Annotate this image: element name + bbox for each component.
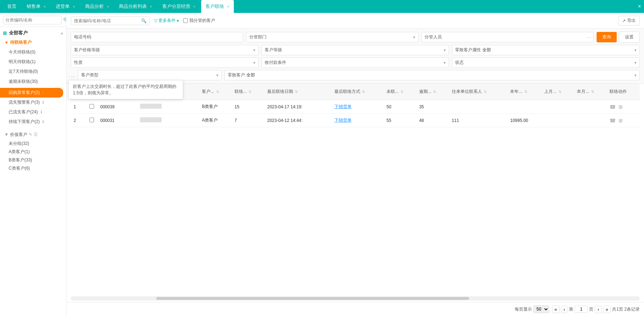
filter-manager[interactable]: 分管人员 ··· [421, 32, 594, 42]
filter-retail-customer[interactable]: 零散客户 全部 ▾ [224, 70, 640, 80]
filter-row-more-dots[interactable]: ... [71, 72, 75, 78]
sort-this-year-icon[interactable]: ⇅ [524, 90, 527, 94]
retail-customer-arrow-icon: ▾ [634, 73, 636, 78]
nav-customer-tier[interactable]: 客户分层经营 × [158, 0, 200, 13]
nav-sales[interactable]: 销售单 × [22, 0, 50, 13]
sort-unit-contact-icon[interactable]: ⇅ [484, 90, 487, 94]
sidebar-item-churned[interactable]: 已流失客户(24) ℹ [0, 107, 66, 117]
customer-group-settings-icon[interactable]: ☰ [34, 132, 38, 137]
close-customer-contact-tab[interactable]: × [227, 4, 229, 9]
pager-area: « ‹ 第 页 › » 共1页 2条记录 [552, 306, 640, 313]
cell-this-month-1 [574, 100, 607, 114]
export-button[interactable]: ↗ 导出 [618, 16, 640, 25]
nav-product-analysis[interactable]: 商品分析 × [81, 0, 113, 13]
row2-checkbox[interactable] [89, 118, 94, 122]
sort-type-icon[interactable]: ⇅ [216, 90, 219, 94]
nav-purchase[interactable]: 进货单 × [51, 0, 79, 13]
sidebar-item-7days[interactable]: 近7天待联络(0) [0, 67, 66, 76]
sidebar-item-today[interactable]: 今天待联络(0) [0, 47, 66, 57]
horizontal-scrollbar[interactable] [71, 296, 640, 301]
col-action: 联络动作 [607, 84, 640, 100]
sidebar-waiting-group: ▼ 待联络客户 今天待联络(0) 明天待联络(1) 近7天待联络(0) 逾期未联… [0, 38, 66, 88]
filter-department[interactable]: 分管部门 ▾ [246, 32, 418, 42]
info-icon-churned: ℹ [41, 110, 42, 114]
sort-uncontacted-icon[interactable]: ⇅ [400, 90, 403, 94]
sidebar-waiting-header[interactable]: ▼ 待联络客户 [0, 38, 66, 47]
filter-customer-level[interactable]: 客户等级 ▾ [261, 45, 449, 55]
per-page-select[interactable]: 50 [533, 305, 549, 313]
sidebar-item-churn-warning[interactable]: 流失预警客户(3) ℹ [0, 98, 66, 107]
cell-unit-contact-2: 111 [449, 114, 508, 127]
cell-last-month-2 [541, 114, 574, 127]
close-product-analysis-tab[interactable]: × [107, 4, 109, 9]
cell-this-year-2: 10995.00 [507, 114, 541, 127]
sort-last-month-icon[interactable]: ⇅ [559, 90, 561, 94]
col-uncontacted: 未联... ⇅ [384, 84, 416, 100]
filter-customer-type[interactable]: 客户类型 ▾ [78, 70, 222, 80]
tooltip-box: 距客户上次交易时长，超过了此客户的平均交易周期的1.5倍，则视为异常。 [68, 80, 183, 99]
filter-payment-terms[interactable]: 收付款条件 ▾ [261, 57, 449, 68]
pager-last-button[interactable]: » [603, 306, 611, 313]
sidebar-item-class-b[interactable]: B类客户(33) [0, 156, 66, 164]
nav-customer-contact[interactable]: 客户联络 × [201, 0, 233, 13]
sort-overdue-icon[interactable]: ⇅ [433, 90, 436, 94]
sort-contact-icon[interactable]: ⇅ [249, 90, 251, 94]
cell-overdue-2: 48 [416, 114, 449, 127]
pager-next-button[interactable]: › [595, 306, 601, 313]
sort-this-month-icon[interactable]: ⇅ [591, 90, 594, 94]
sidebar-item-class-a[interactable]: A类客户(1) [0, 148, 66, 156]
sidebar-item-tomorrow[interactable]: 明天待联络(1) [0, 57, 66, 67]
sidebar-search-input[interactable] [3, 16, 62, 24]
filter-search-icon[interactable]: 🔍 [141, 18, 147, 23]
filter-gender[interactable]: 性质 ▾ [71, 57, 259, 68]
cell-last-month-1 [541, 100, 574, 114]
filter-phone[interactable]: 电话号码 [71, 32, 243, 42]
pager-prev-button[interactable]: ‹ [561, 306, 567, 313]
customer-group-edit-icon[interactable]: ✎ [29, 132, 32, 137]
sidebar-search-icon[interactable]: 🔍 [63, 18, 66, 23]
sidebar-collapse-icon[interactable]: « [61, 30, 63, 36]
pager-first-button[interactable]: « [552, 306, 560, 313]
customer-group-arrow-icon: ▼ [4, 132, 9, 137]
sidebar-item-overdue[interactable]: 逾期未联络(30) [0, 77, 66, 86]
action-icons-2: ☎ ⊞ [610, 118, 637, 123]
filter-more-conditions[interactable]: ▽ 更多条件 ▾ [154, 18, 179, 24]
nav-home[interactable]: 首页 [3, 0, 21, 13]
pager-page-input[interactable] [575, 306, 588, 313]
sidebar-item-repurchase-anomaly[interactable]: 回购异常客户(2) ℹ [0, 88, 63, 98]
query-button[interactable]: 查询 [597, 32, 617, 42]
cell-last-date-1: 2023-04-17 14:19: [264, 100, 332, 114]
global-close-button[interactable]: × [638, 3, 641, 10]
nav-product-analysis-list[interactable]: 商品分析列表 × [115, 0, 156, 13]
per-page-area: 每页显示 50 [515, 305, 549, 313]
sort-last-method-icon[interactable]: ⇅ [362, 90, 365, 94]
last-method-link-2[interactable]: 下销货单 [334, 118, 352, 123]
filter-price-level[interactable]: 客户价格等级 ▾ [71, 45, 259, 55]
row1-checkbox[interactable] [89, 104, 94, 109]
phone-action-icon-2[interactable]: ☎ [610, 118, 616, 123]
filter-search-input[interactable] [74, 18, 140, 23]
close-purchase-tab[interactable]: × [73, 4, 75, 9]
pagination-total: 共1页 2条记录 [612, 306, 640, 312]
sidebar-item-declining[interactable]: 持续下滑客户(2) ℹ [0, 117, 66, 127]
close-sales-tab[interactable]: × [43, 4, 46, 9]
setting-button[interactable]: 设置 [619, 32, 640, 43]
filter-status[interactable]: 状态 ▾ [452, 57, 640, 68]
phone-action-icon-1[interactable]: ☎ [610, 104, 616, 110]
more-action-icon-1[interactable]: ⊞ [618, 104, 623, 110]
sidebar-customer-group-header[interactable]: ▼ 价值客户 ✎ ☰ [0, 130, 66, 140]
top-nav: 首页 销售单 × 进货单 × 商品分析 × 商品分析列表 × 客户分层经营 × … [0, 0, 644, 13]
filter-retail-attr[interactable]: 零散客户属性 全部 ▾ [452, 45, 640, 55]
more-action-icon-2[interactable]: ⊞ [618, 118, 623, 123]
my-customer-checkbox[interactable] [183, 18, 188, 23]
last-method-link-1[interactable]: 下销货单 [334, 104, 352, 109]
col-last-month: 上月... ⇅ [541, 84, 574, 100]
sort-last-date-icon[interactable]: ⇅ [295, 90, 298, 94]
sidebar-item-class-c[interactable]: C类客户(6) [0, 164, 66, 173]
sidebar-item-ungrouped[interactable]: 未分组(32) [0, 140, 66, 148]
cell-contact-2: 7 [232, 114, 264, 127]
close-product-analysis-list-tab[interactable]: × [150, 4, 152, 9]
info-icon-repurchase: ℹ [42, 90, 44, 95]
close-customer-tier-tab[interactable]: × [193, 4, 195, 9]
filter-row-4: ... 客户类型 ▾ 零散客户 全部 ▾ [71, 70, 640, 80]
